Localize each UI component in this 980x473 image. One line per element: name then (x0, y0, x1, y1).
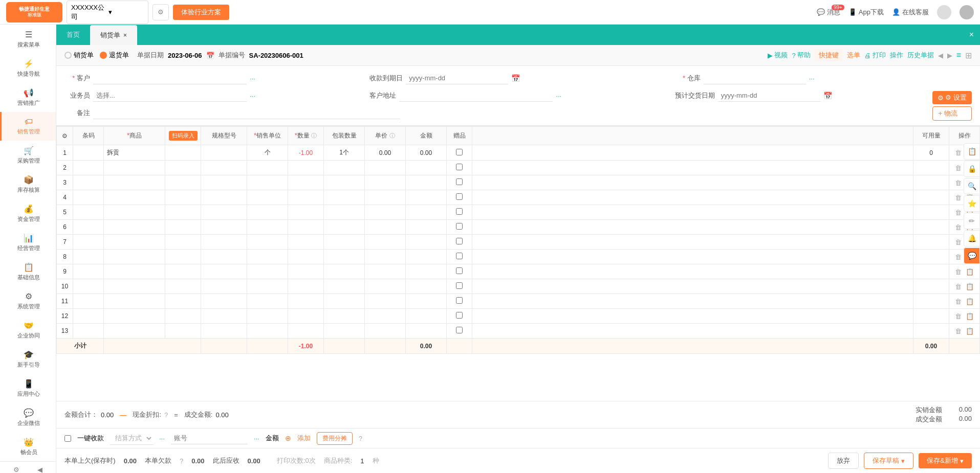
customer-dots[interactable]: ··· (250, 75, 255, 82)
cell-gift-3[interactable] (447, 175, 472, 190)
cell-product-7[interactable] (104, 235, 165, 250)
cell-pack-qty-5[interactable] (324, 205, 365, 220)
company-selector[interactable]: XXXXXX公司 ▾ (67, 1, 148, 24)
cell-qty-6[interactable] (288, 220, 324, 235)
payment-method-select[interactable]: 结算方式 (110, 432, 153, 445)
video-button[interactable]: ▶ 视频 (768, 51, 788, 60)
shortcut-button[interactable]: 快捷键 (815, 49, 843, 61)
cell-barcode-12[interactable] (73, 309, 104, 324)
cell-spec-2[interactable] (201, 161, 247, 175)
cell-pack-qty-11[interactable] (324, 294, 365, 309)
cell-unit-8[interactable] (247, 250, 288, 264)
sidebar-item-purchase[interactable]: 🛒 采购管理 (0, 141, 56, 170)
cell-product-5[interactable] (104, 205, 165, 220)
rfp-btn-2[interactable]: 🔒 (964, 161, 980, 177)
cell-gift-5[interactable] (447, 205, 472, 220)
cell-unit-price-12[interactable] (365, 309, 406, 324)
cell-product-3[interactable] (104, 175, 165, 190)
nav-prev-icon[interactable]: ◀ (938, 52, 943, 59)
select-button[interactable]: 选单 (847, 51, 860, 60)
cell-product-8[interactable] (104, 250, 165, 264)
cell-amount-8[interactable] (406, 250, 447, 264)
cell-product-4[interactable] (104, 190, 165, 205)
cell-product-6[interactable] (104, 220, 165, 235)
copy-icon-11[interactable]: 📋 (966, 298, 974, 305)
cell-spec-6[interactable] (201, 220, 247, 235)
cell-gift-1[interactable] (447, 145, 472, 161)
app-download-button[interactable]: 📱 App下载 (848, 8, 884, 17)
gift-checkbox-8[interactable] (456, 253, 463, 259)
cell-barcode-11[interactable] (73, 294, 104, 309)
settings-button[interactable]: ⚙ ⚙ 设置 (932, 91, 972, 104)
cell-unit-price-9[interactable] (365, 264, 406, 279)
cell-spec-10[interactable] (201, 279, 247, 294)
delete-icon-1[interactable]: 🗑 (955, 149, 962, 156)
gift-checkbox-7[interactable] (456, 238, 463, 244)
cell-spec-3[interactable] (201, 175, 247, 190)
expense-button[interactable]: 费用分摊 (317, 432, 353, 445)
cell-unit-7[interactable] (247, 235, 288, 250)
cell-unit-2[interactable] (247, 161, 288, 175)
account-input[interactable] (171, 432, 248, 444)
help-balance-icon[interactable]: ? (180, 457, 183, 465)
gift-checkbox-2[interactable] (456, 164, 463, 170)
cell-barcode-8[interactable] (73, 250, 104, 264)
cell-product-1[interactable]: 拆贡 (104, 145, 165, 161)
cell-qty-5[interactable] (288, 205, 324, 220)
cell-barcode-2[interactable] (73, 161, 104, 175)
copy-icon-12[interactable]: 📋 (966, 312, 974, 320)
operate-button[interactable]: 操作 (890, 51, 903, 60)
cell-unit-price-11[interactable] (365, 294, 406, 309)
cell-unit-13[interactable] (247, 324, 288, 339)
one-click-checkbox[interactable] (64, 435, 71, 442)
nav-next-icon[interactable]: ▶ (947, 52, 952, 59)
sidebar-item-system[interactable]: ⚙ 系统管理 (0, 286, 56, 316)
rfp-btn-4[interactable]: ⭐ (964, 195, 980, 212)
cell-pack-qty-12[interactable] (324, 309, 365, 324)
cell-amount-4[interactable] (406, 190, 447, 205)
cell-amount-1[interactable]: 0.00 (406, 145, 447, 161)
sidebar-item-quicknav[interactable]: ⚡ 快捷导航 (0, 54, 56, 83)
gift-checkbox-12[interactable] (456, 312, 463, 319)
cell-unit-11[interactable] (247, 294, 288, 309)
expected-delivery-calendar-icon[interactable]: 📅 (823, 92, 832, 100)
sidebar-item-finance[interactable]: 💰 资金管理 (0, 199, 56, 228)
remark-input[interactable] (93, 107, 400, 119)
warehouse-input[interactable]: 建材仓 (704, 72, 806, 84)
cell-amount-13[interactable] (406, 324, 447, 339)
online-support-button[interactable]: 👤 在线客服 (892, 8, 929, 17)
cell-spec-7[interactable] (201, 235, 247, 250)
help-button[interactable]: ? 帮助 (792, 51, 810, 60)
cell-amount-6[interactable] (406, 220, 447, 235)
delete-icon-8[interactable]: 🗑 (955, 253, 962, 261)
scan-btn[interactable]: 扫码录入 (169, 131, 198, 141)
cell-gift-7[interactable] (447, 235, 472, 250)
radio-return[interactable]: 退货单 (100, 51, 129, 60)
delete-icon-3[interactable]: 🗑 (955, 179, 962, 187)
cell-qty-12[interactable] (288, 309, 324, 324)
delete-icon-6[interactable]: 🗑 (955, 223, 962, 231)
cell-spec-13[interactable] (201, 324, 247, 339)
customer-address-dots[interactable]: ··· (556, 92, 561, 100)
cell-qty-7[interactable] (288, 235, 324, 250)
rfp-btn-3[interactable]: 🔍 (964, 178, 980, 194)
cell-unit-price-13[interactable] (365, 324, 406, 339)
cell-gift-13[interactable] (447, 324, 472, 339)
due-date-input[interactable] (406, 72, 508, 84)
rfp-btn-1[interactable]: 📋 (964, 143, 980, 160)
cell-amount-11[interactable] (406, 294, 447, 309)
cell-qty-8[interactable] (288, 250, 324, 264)
cell-unit-9[interactable] (247, 264, 288, 279)
copy-icon-9[interactable]: 📋 (966, 268, 974, 276)
delete-icon-13[interactable]: 🗑 (955, 327, 962, 335)
cell-gift-6[interactable] (447, 220, 472, 235)
cell-barcode-9[interactable] (73, 264, 104, 279)
cell-amount-10[interactable] (406, 279, 447, 294)
gift-checkbox-3[interactable] (456, 178, 463, 185)
cell-pack-qty-3[interactable] (324, 175, 365, 190)
cell-unit-4[interactable] (247, 190, 288, 205)
cell-spec-1[interactable] (201, 145, 247, 161)
delete-icon-11[interactable]: 🗑 (955, 298, 962, 305)
save-draft-button[interactable]: 保存草稿 ▾ (864, 453, 913, 469)
cell-amount-2[interactable] (406, 161, 447, 175)
